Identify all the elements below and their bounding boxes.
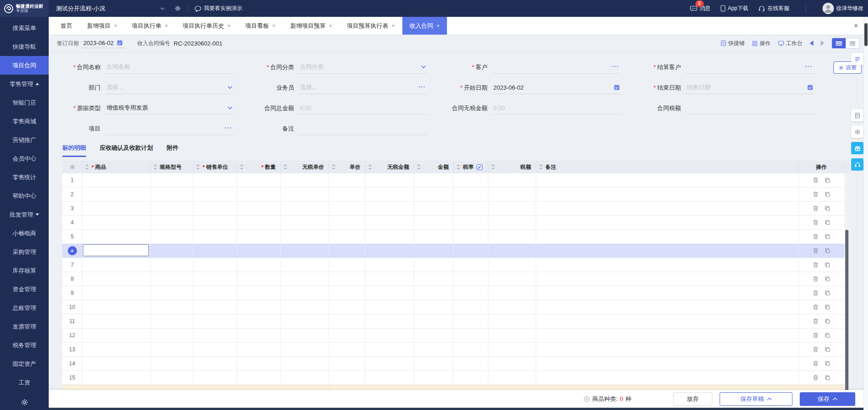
cell-amount[interactable] — [414, 216, 454, 229]
cell-amount_notax[interactable] — [365, 371, 414, 385]
cell-price[interactable] — [329, 173, 365, 187]
cell-note[interactable] — [536, 202, 799, 215]
user-menu[interactable]: 徐泽华修改 — [822, 3, 863, 14]
cell-amount[interactable] — [414, 371, 454, 385]
next-arrow-button[interactable] — [821, 40, 824, 46]
cell-amount[interactable] — [414, 173, 454, 187]
cell-unit[interactable] — [193, 343, 237, 356]
column-header-qty[interactable]: *数量 — [237, 161, 281, 173]
cell-qty[interactable] — [237, 329, 281, 342]
cell-amount_notax[interactable] — [365, 258, 414, 272]
column-header-price[interactable]: 单价 — [329, 161, 365, 173]
cell-qty[interactable] — [237, 230, 281, 243]
copy-row-icon[interactable] — [824, 219, 831, 226]
cell-product[interactable] — [82, 329, 151, 342]
copy-row-icon[interactable] — [824, 262, 831, 268]
discard-button[interactable]: 放弃 — [673, 392, 712, 406]
cell-price_notax[interactable] — [281, 230, 329, 243]
cell-amount_notax[interactable] — [365, 244, 414, 258]
app-download-button[interactable]: App下载 — [721, 5, 748, 12]
delete-row-icon[interactable] — [812, 375, 819, 381]
column-header-taxrate[interactable]: 税率 — [454, 161, 488, 173]
cell-tax[interactable] — [488, 258, 536, 272]
table-row[interactable]: 2 — [62, 187, 849, 202]
column-header-tax[interactable]: 税额 — [488, 161, 536, 173]
demo-link[interactable]: 我要看实例演示 — [194, 5, 242, 12]
cell-spec[interactable] — [151, 357, 193, 370]
chevron-down-icon[interactable] — [227, 85, 233, 91]
copy-row-icon[interactable] — [824, 191, 831, 197]
cell-unit[interactable] — [193, 216, 237, 229]
panel-toggle-button[interactable] — [851, 53, 863, 65]
scrollbar-thumb[interactable] — [845, 230, 848, 397]
cell-taxrate[interactable] — [454, 300, 488, 314]
cell-amount[interactable] — [414, 187, 454, 201]
field-input[interactable]: 增值税专用发票 — [105, 102, 234, 115]
cell-spec[interactable] — [151, 371, 193, 385]
cell-spec[interactable] — [151, 216, 193, 229]
table-row[interactable]: 8 — [62, 272, 849, 286]
cell-amount_notax[interactable] — [365, 173, 414, 187]
ellipsis-icon[interactable]: ··· — [805, 63, 812, 70]
cell-note[interactable] — [536, 272, 799, 286]
cell-qty[interactable] — [237, 216, 281, 229]
cell-product[interactable] — [82, 286, 151, 300]
cell-tax[interactable] — [488, 343, 536, 356]
tab[interactable]: 项目执行单历史× — [175, 17, 238, 35]
cell-price_notax[interactable] — [281, 300, 329, 314]
delete-row-icon[interactable] — [812, 191, 819, 197]
cell-product[interactable] — [82, 371, 151, 385]
cell-spec[interactable] — [151, 202, 193, 215]
table-row[interactable]: + — [62, 244, 849, 258]
cell-amount[interactable] — [414, 343, 454, 356]
calendar-icon[interactable] — [807, 84, 813, 91]
cell-qty[interactable] — [237, 371, 281, 385]
close-tab-icon[interactable]: × — [227, 22, 231, 29]
cell-tax[interactable] — [488, 187, 536, 201]
copy-row-icon[interactable] — [824, 248, 831, 254]
sidebar-item[interactable]: 资金管理 — [0, 280, 49, 299]
cell-taxrate[interactable] — [454, 314, 488, 328]
sidebar-item[interactable]: 快捷导航 — [0, 37, 49, 56]
cell-tax[interactable] — [488, 244, 536, 258]
cell-taxrate[interactable] — [454, 343, 488, 356]
cell-price[interactable] — [329, 187, 365, 201]
close-tab-icon[interactable]: × — [272, 22, 276, 29]
cell-amount_notax[interactable] — [365, 343, 414, 356]
cell-note[interactable] — [536, 230, 799, 243]
cell-amount[interactable] — [414, 244, 454, 258]
table-row[interactable]: 9 — [62, 286, 849, 300]
cell-amount[interactable] — [414, 314, 454, 328]
delete-row-icon[interactable] — [812, 290, 819, 296]
cell-product[interactable] — [82, 216, 151, 229]
cell-note[interactable] — [536, 258, 799, 272]
save-button[interactable]: 保存 — [800, 392, 855, 406]
field-input[interactable] — [298, 122, 427, 135]
cell-spec[interactable] — [151, 329, 193, 342]
draft-shortcut-button[interactable] — [851, 109, 863, 121]
delete-row-icon[interactable] — [812, 360, 819, 367]
table-row[interactable]: 15 — [62, 371, 849, 385]
cell-product[interactable] — [82, 258, 151, 272]
cell-spec[interactable] — [151, 230, 193, 243]
field-input[interactable]: 0.00 — [492, 102, 621, 115]
card-view-button[interactable] — [846, 38, 859, 48]
sidebar-item[interactable]: 智能门店 — [0, 93, 49, 112]
delete-row-icon[interactable] — [812, 262, 819, 268]
cell-price_notax[interactable] — [281, 216, 329, 229]
cell-price[interactable] — [329, 300, 365, 314]
table-row[interactable]: 13 — [62, 343, 849, 357]
cell-price[interactable] — [329, 343, 365, 356]
cell-amount_notax[interactable] — [365, 230, 414, 243]
shortcut-button[interactable]: 快捷键 — [721, 40, 745, 47]
close-tab-icon[interactable]: × — [437, 22, 440, 29]
cell-taxrate[interactable] — [454, 258, 488, 272]
tab[interactable]: 新增项目× — [80, 17, 125, 35]
cell-qty[interactable] — [237, 258, 281, 272]
close-tab-icon[interactable]: × — [391, 22, 395, 29]
cell-tax[interactable] — [488, 230, 536, 243]
cell-amount_notax[interactable] — [365, 300, 414, 314]
cell-price_notax[interactable] — [281, 371, 329, 385]
cell-price_notax[interactable] — [281, 286, 329, 300]
cell-price[interactable] — [329, 230, 365, 243]
